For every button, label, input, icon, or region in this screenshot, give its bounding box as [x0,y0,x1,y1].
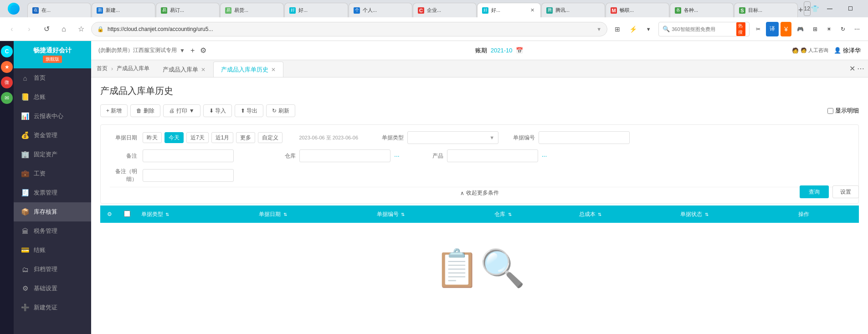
sidebar-item-inventory[interactable]: 📦 库存核算 [14,202,91,221]
date-today-btn[interactable]: 今天 [164,132,184,143]
remark-input[interactable] [143,149,234,162]
tab-t12[interactable]: S 目标... [734,3,798,17]
detail-remark-input[interactable] [143,169,234,182]
breadcrumb-product-list[interactable]: 产成品入库单 [117,65,149,72]
tab-t4[interactable]: 易 易货... [220,3,284,17]
tab-t2[interactable]: 新 新建... [92,3,155,17]
date-yesterday-btn[interactable]: 昨天 [143,132,162,143]
sidebar-item-archive[interactable]: 🗂 归档管理 [14,260,91,279]
date-custom-btn[interactable]: 自定义 [258,132,282,143]
print-button[interactable]: 🖨 打印 ▼ [163,104,200,117]
th-doc-status[interactable]: 单据状态 ⇅ [675,206,792,223]
export-button[interactable]: ⬆ 导出 [235,104,263,117]
sidebar-icon-green[interactable]: ✉ [1,92,13,104]
company-selector[interactable]: (勿删勿禁用）江西服宝测试专用 ▼ [98,46,185,54]
show-columns-checkbox[interactable] [827,108,833,114]
select-all-checkbox[interactable] [124,211,130,217]
scissors-btn[interactable]: ✂ [752,22,764,36]
page-tab-product-list[interactable]: 产成品入库单 ✕ [155,62,213,77]
lightning-button[interactable]: ⚡ [626,22,640,36]
search-input[interactable] [672,26,734,32]
tab-t11[interactable]: 各 各种... [670,3,734,17]
address-arrow-btn[interactable]: ▼ [641,22,656,36]
warehouse-dots[interactable]: ··· [394,152,400,159]
browser-refresh-btn[interactable]: ↻ [837,22,849,36]
user-section[interactable]: 👤 徐泽华 [834,46,861,55]
panel-settings-button[interactable]: ⋯ [857,64,864,73]
add-company-button[interactable]: + [190,46,195,55]
th-total-cost[interactable]: 总成本 ⇅ [574,206,675,223]
th-doc-number[interactable]: 单据编号 ⇅ [371,206,489,223]
date-7days-btn[interactable]: 近7天 [186,132,209,143]
back-button[interactable]: ‹ [5,22,19,36]
date-more-btn[interactable]: 更多 [236,132,255,143]
brightness-btn[interactable]: ☀ [823,22,835,36]
tab-t8[interactable]: 好 好... ✕ [477,3,541,17]
page-tab-product-history[interactable]: 产成品入库单历史 ✕ [213,62,283,77]
product-dots[interactable]: ··· [542,152,547,159]
browser-more-btn[interactable]: ⋯ [851,22,863,36]
refresh-nav-button[interactable]: ↺ [39,22,54,36]
page-tab-product-history-close[interactable]: ✕ [271,67,276,73]
tab-t5[interactable]: 好 好... [284,3,348,17]
th-warehouse[interactable]: 仓库 ⇅ [489,206,574,223]
sidebar-icon-orange[interactable]: ★ [1,61,13,73]
tab-close-t8[interactable]: ✕ [529,7,536,14]
product-input[interactable] [447,149,538,162]
yuan-btn[interactable]: ¥ [781,22,791,36]
th-settings[interactable]: ⚙ [100,206,118,223]
sidebar-item-payroll[interactable]: 💼 工资 [14,164,91,183]
restore-button[interactable]: ☐ [840,1,861,16]
refresh-button[interactable]: ↻ 刷新 [266,104,295,117]
sidebar-icon-red[interactable]: 微 [1,77,13,88]
sidebar-item-tax[interactable]: 🏛 税务管理 [14,221,91,241]
type-select[interactable]: ▼ [407,131,498,144]
setting-filter-button[interactable]: 设置 [832,185,859,198]
sidebar-item-cloud_report[interactable]: 📊 云报表中心 [14,107,91,126]
logo-icon-small[interactable]: C [1,46,13,57]
panel-close-button[interactable]: ✕ [849,64,855,73]
collapse-button[interactable]: ∧ 收起更多条件 [460,189,499,197]
calendar-icon[interactable]: 📅 [516,47,523,54]
translate-btn[interactable]: 译 [766,22,779,36]
import-button[interactable]: ⬇ 导入 [203,104,232,117]
forward-button[interactable]: › [22,22,36,36]
query-button[interactable]: 查询 [800,185,829,198]
sidebar-item-new_voucher[interactable]: ➕ 新建凭证 [14,298,91,317]
tab-t1[interactable]: 在 在... [27,3,91,17]
date-month-btn[interactable]: 近1月 [211,132,234,143]
tab-t9[interactable]: 腾 腾讯... [541,3,605,17]
customer-service-button[interactable]: 🧑 🧑 人工咨询 [792,47,828,54]
address-input[interactable]: 🔒 https://cloud.chanjet.com/accounting/u… [91,22,607,36]
sidebar-item-fund[interactable]: 💰 资金管理 [14,126,91,145]
sidebar-item-checkout[interactable]: 💳 结账 [14,241,91,260]
th-doc-date[interactable]: 单据日期 ⇅ [253,206,371,223]
th-doc-type[interactable]: 单据类型 ⇅ [136,206,253,223]
tab-t6[interactable]: 个 个人... [349,3,412,17]
warehouse-input[interactable] [299,149,390,162]
sidebar-item-ledger[interactable]: 📒 总账 [14,87,91,107]
tab-t7[interactable]: C 企业... [413,3,477,17]
page-tab-product-list-close[interactable]: ✕ [201,67,205,73]
minimize-button[interactable]: — [819,1,840,16]
breadcrumb-home[interactable]: 首页 [97,65,108,72]
tab-t3[interactable]: 易 易订... [156,3,220,17]
address-arrow[interactable]: ▼ [596,26,601,32]
delete-button[interactable]: 🗑 删除 [130,104,160,117]
sidebar-item-home[interactable]: ⌂ 首页 [14,68,91,87]
tab-counter[interactable]: 12 [804,1,811,16]
grid-ext-button[interactable]: ⊞ [610,22,625,36]
close-button[interactable]: ✕ [861,1,868,16]
bookmark-button[interactable]: ☆ [74,22,88,36]
game-btn[interactable]: 🎮 [793,22,807,36]
grid-btn[interactable]: ⊞ [809,22,821,36]
new-tab-button[interactable]: + [798,3,803,17]
th-checkbox[interactable] [118,206,136,223]
number-filter-input[interactable] [539,131,630,144]
new-button[interactable]: + 新增 [100,104,128,117]
home-nav-button[interactable]: ⌂ [56,22,71,36]
settings-topbar-button[interactable]: ⚙ [200,46,206,55]
sidebar-item-basic_settings[interactable]: ⚙ 基础设置 [14,279,91,298]
sidebar-item-invoice[interactable]: 🧾 发票管理 [14,183,91,202]
tab-t10[interactable]: M 畅联... [606,3,669,17]
